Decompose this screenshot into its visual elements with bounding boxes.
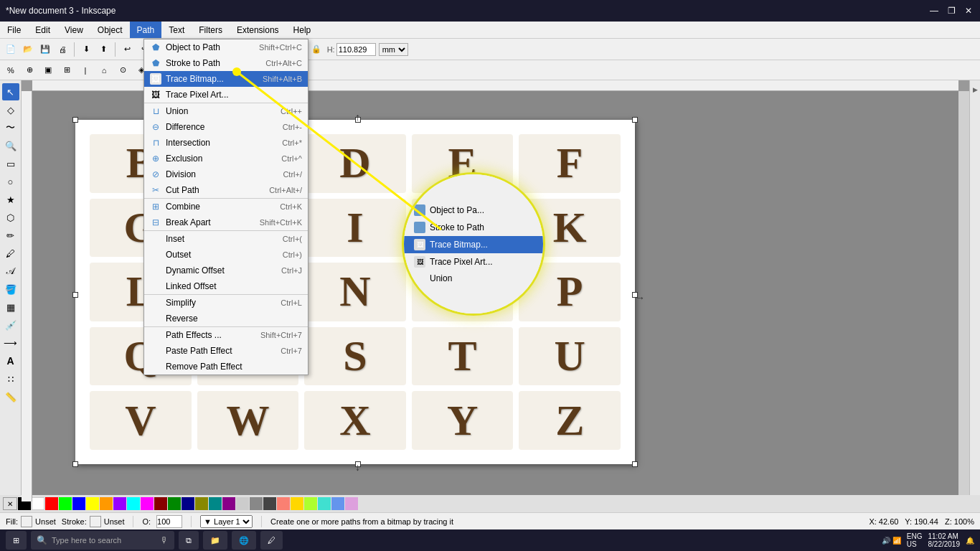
zoom-item-union[interactable]: Union: [404, 270, 543, 286]
color-swatch-teal[interactable]: [209, 497, 222, 510]
calligraphy-tool[interactable]: 𝒜: [2, 263, 19, 280]
color-swatch-magenta[interactable]: [141, 497, 154, 510]
tweak-tool[interactable]: 〜: [2, 119, 19, 136]
menu-item-break-apart[interactable]: ⊟ Break Apart Shift+Ctrl+K: [144, 215, 308, 230]
menu-item-simplify[interactable]: Simplify Ctrl+L: [144, 295, 308, 311]
menu-item-division[interactable]: ⊘ Division Ctrl+/: [144, 166, 308, 182]
menu-item-trace-bitmap[interactable]: 🖼 Trace Bitmap... Shift+Alt+B: [144, 71, 308, 87]
text-tool[interactable]: A: [2, 352, 19, 369]
star-tool[interactable]: ★: [2, 191, 19, 208]
menu-extensions[interactable]: Extensions: [230, 22, 286, 38]
menu-item-paste-path-effect[interactable]: Paste Path Effect Ctrl+7: [144, 343, 308, 359]
taskbar-app-inkscape[interactable]: 🖊: [260, 531, 283, 550]
connector-tool[interactable]: ⟶: [2, 334, 19, 352]
vscroll-track[interactable]: [958, 91, 969, 501]
color-swatch-darkgreen[interactable]: [168, 497, 181, 510]
color-swatch-maroon[interactable]: [222, 497, 235, 510]
handle-ml[interactable]: [72, 292, 78, 298]
color-swatch-olive[interactable]: [195, 497, 208, 510]
color-swatch-chartreuse[interactable]: [304, 497, 317, 510]
pen-tool[interactable]: 🖊: [2, 245, 19, 262]
handle-tr[interactable]: [632, 117, 638, 123]
minimize-button[interactable]: —: [928, 5, 940, 17]
color-swatch-green[interactable]: [59, 497, 72, 510]
h-input[interactable]: [336, 43, 376, 56]
rect-tool[interactable]: ▭: [2, 155, 19, 172]
no-fill-swatch[interactable]: ✕: [3, 497, 17, 510]
color-swatch-darkgray[interactable]: [263, 497, 276, 510]
dropper-tool[interactable]: 💉: [2, 316, 19, 334]
open-button[interactable]: 📂: [20, 42, 36, 57]
import-button[interactable]: ⬇: [78, 42, 94, 57]
color-swatch-turquoise[interactable]: [318, 497, 331, 510]
color-swatch-lightgray[interactable]: [236, 497, 249, 510]
print-button[interactable]: 🖨: [55, 42, 70, 57]
taskbar-app-chrome[interactable]: 🌐: [232, 531, 256, 550]
node-tool[interactable]: ◇: [2, 101, 19, 118]
zoom-item-object-to-path[interactable]: Object to Pa...: [404, 202, 543, 219]
close-button[interactable]: ✕: [963, 5, 974, 17]
menu-filters[interactable]: Filters: [192, 22, 230, 38]
menu-file[interactable]: File: [0, 22, 28, 38]
menu-item-intersection[interactable]: ⊓ Intersection Ctrl+*: [144, 135, 308, 151]
start-button[interactable]: ⊞: [6, 531, 27, 550]
new-button[interactable]: 📄: [3, 42, 19, 57]
3d-box-tool[interactable]: ⬡: [2, 209, 19, 226]
color-swatch-salmon[interactable]: [277, 497, 290, 510]
export-button[interactable]: ⬆: [95, 42, 111, 57]
color-swatch-yellow[interactable]: [86, 497, 99, 510]
bucket-tool[interactable]: 🪣: [2, 281, 19, 298]
color-swatch-orange[interactable]: [100, 497, 113, 510]
menu-item-inset[interactable]: Inset Ctrl+(: [144, 231, 308, 247]
snap-guide[interactable]: |: [77, 62, 93, 78]
handle-tl[interactable]: [72, 117, 78, 123]
color-swatch-gold[interactable]: [291, 497, 303, 510]
lock-aspect-button[interactable]: 🔒: [308, 42, 324, 57]
menu-item-object-to-path[interactable]: ⬟ Object to Path Shift+Ctrl+C: [144, 39, 308, 55]
menu-item-dynamic-offset[interactable]: Dynamic Offset Ctrl+J: [144, 263, 308, 278]
stroke-swatch[interactable]: [90, 516, 101, 527]
pencil-tool[interactable]: ✏: [2, 227, 19, 244]
snap-grid[interactable]: ⊞: [59, 62, 75, 78]
color-swatch-darkred[interactable]: [154, 497, 167, 510]
snap-toggle[interactable]: %: [3, 62, 19, 78]
menu-path[interactable]: Path: [130, 22, 162, 38]
menu-edit[interactable]: Edit: [28, 22, 57, 38]
menu-item-remove-path-effect[interactable]: Remove Path Effect: [144, 359, 308, 375]
menu-object[interactable]: Object: [90, 22, 130, 38]
menu-item-union[interactable]: ⊔ Union Ctrl++: [144, 103, 308, 119]
color-swatch-cyan[interactable]: [127, 497, 140, 510]
menu-item-outset[interactable]: Outset Ctrl+): [144, 247, 308, 263]
zoom-tool[interactable]: 🔍: [2, 137, 19, 154]
handle-bl[interactable]: [72, 461, 78, 467]
color-swatch-red[interactable]: [45, 497, 58, 510]
task-view-button[interactable]: ⧉: [179, 531, 199, 550]
taskbar-app-explorer[interactable]: 📁: [203, 531, 227, 550]
color-swatch-purple[interactable]: [113, 497, 126, 510]
color-swatch-plum[interactable]: [345, 497, 358, 510]
menu-view[interactable]: View: [57, 22, 90, 38]
save-button[interactable]: 💾: [37, 42, 53, 57]
menu-item-path-effects[interactable]: Path Effects ... Shift+Ctrl+7: [144, 327, 308, 343]
color-swatch-white[interactable]: [32, 497, 44, 510]
gradient-tool[interactable]: ▦: [2, 298, 19, 316]
menu-text[interactable]: Text: [161, 22, 192, 38]
maximize-button[interactable]: ❐: [946, 5, 957, 17]
color-swatch-cornflower[interactable]: [331, 497, 344, 510]
menu-item-trace-pixel-art[interactable]: 🖼 Trace Pixel Art...: [144, 87, 308, 103]
zoom-item-stroke-to-path[interactable]: Stroke to Path: [404, 219, 543, 236]
menu-item-difference[interactable]: ⊖ Difference Ctrl+-: [144, 119, 308, 135]
snap-center[interactable]: ⊙: [115, 62, 131, 78]
menu-item-combine[interactable]: ⊞ Combine Ctrl+K: [144, 199, 308, 215]
spray-tool[interactable]: ∷: [2, 370, 19, 387]
menu-item-linked-offset[interactable]: Linked Offset: [144, 278, 308, 294]
menu-item-stroke-to-path[interactable]: ⬟ Stroke to Path Ctrl+Alt+C: [144, 55, 308, 71]
menu-help[interactable]: Help: [286, 22, 319, 38]
opacity-input[interactable]: [156, 515, 182, 528]
search-bar[interactable]: 🔍 Type here to search 🎙: [31, 531, 174, 550]
ellipse-tool[interactable]: ○: [2, 173, 19, 190]
undo-button[interactable]: ↩: [119, 42, 135, 57]
color-swatch-gray[interactable]: [250, 497, 263, 510]
measure-tool[interactable]: 📏: [2, 388, 19, 405]
snap-path[interactable]: ⌂: [96, 62, 112, 78]
